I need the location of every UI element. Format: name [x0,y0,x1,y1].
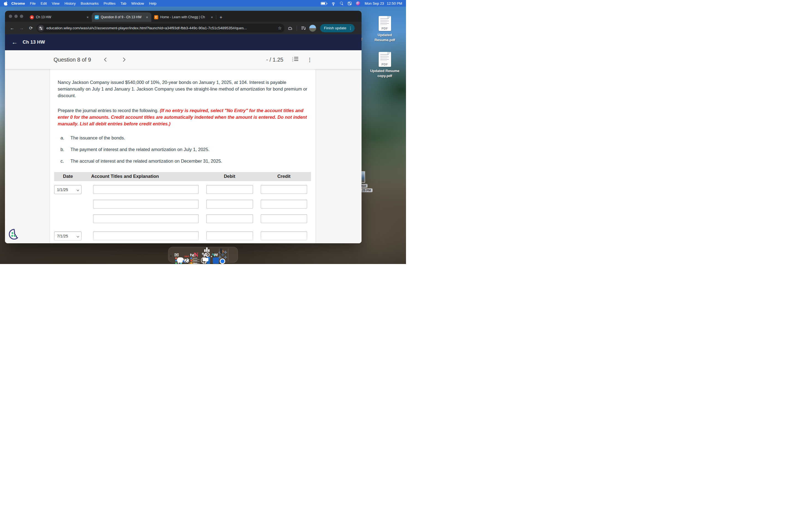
apple-menu-icon[interactable] [4,1,8,5]
date-value: 1/1/25 [57,188,68,192]
site-settings-icon[interactable] [38,25,44,31]
tab-title: Question 8 of 9 - Ch 13 HW [101,15,143,19]
desktop: ChromeFileEditViewHistoryBookmarksProfil… [0,0,406,264]
question-list-icon[interactable]: 123 [292,57,298,63]
tab-close-icon[interactable]: × [145,15,149,19]
account-title-input[interactable] [93,200,199,208]
journal-row-2 [54,200,311,208]
menu-history[interactable]: History [62,1,78,5]
close-window-button [9,15,12,18]
minimize-window-button [14,15,18,18]
journal-row-4: 7/1/25 [54,231,311,240]
journal-entry-table: Date Account Titles and Explanation Debi… [54,172,311,243]
debit-amount-input[interactable] [206,231,253,240]
menu-edit[interactable]: Edit [38,1,49,5]
new-tab-button[interactable]: + [216,15,226,22]
menu-chrome[interactable]: Chrome [9,1,27,5]
menu-file[interactable]: File [27,1,38,5]
menu-window[interactable]: Window [129,1,146,5]
cookie-consent-icon[interactable] [8,228,20,240]
problem-instructions: Prepare the journal entries to record th… [58,107,308,127]
tab-3[interactable]: CHome - Learn with Chegg | Ch× [151,12,216,22]
prev-question-button[interactable] [104,57,107,62]
requirement-list: a.The issuance of the bonds.b.The paymen… [58,135,308,164]
credit-amount-input[interactable] [261,214,307,223]
finish-update-button[interactable]: Finish update ⋮ [320,24,354,32]
next-question-button[interactable] [122,57,126,62]
tab-strip: Ch 13 HW×WPQuestion 8 of 9 - Ch 13 HW×CH… [5,11,362,22]
tab-close-icon[interactable]: × [210,15,214,19]
dock-activity-icon[interactable]: ∿ [214,252,214,258]
debit-amount-input[interactable] [206,185,253,194]
item-text: The payment of interest and the related … [70,147,209,152]
debit-amount-input[interactable] [206,214,253,223]
question-score: - / 1.25 [266,57,284,63]
tab-2[interactable]: WPQuestion 8 of 9 - Ch 13 HW× [92,12,151,22]
address-bar[interactable]: education.wiley.com/was/ui/v2/assessment… [37,24,285,33]
menu-help[interactable]: Help [147,1,159,5]
requirement-item-a: a.The issuance of the bonds. [58,135,308,141]
media-controls-icon[interactable] [300,24,307,32]
account-title-input[interactable] [93,214,199,223]
back-button[interactable]: ← [8,24,16,32]
pdf-file-icon: PDF [379,16,391,31]
question-menu-icon[interactable]: ⋮ [307,57,313,63]
item-letter: c. [58,159,70,164]
question-card: Nancy Jackson Company issued $540,000 of… [50,69,315,243]
running-indicator [170,255,172,256]
item-letter: b. [58,147,70,152]
siri-icon[interactable] [356,1,360,5]
question-content: Nancy Jackson Company issued $540,000 of… [5,69,362,243]
menu-time[interactable]: 12:50 PM [387,1,402,5]
col-header-date: Date [54,174,82,179]
menu-tab[interactable]: Tab [118,1,129,5]
date-value: 7/1/25 [57,234,68,238]
chevron-down-icon [76,188,79,192]
window-controls[interactable] [9,11,23,22]
assignment-header: ← Ch 13 HW [5,34,362,50]
desktop-file-updated-resume[interactable]: PDF UpdatedResume.pdf [365,16,404,42]
tab-1[interactable]: Ch 13 HW× [27,12,92,22]
date-select[interactable]: 7/1/25 [54,231,82,240]
item-text: The issuance of the bonds. [70,135,125,141]
desktop-file-updated-resume-copy[interactable]: PDF Updated Resumecopy.pdf [365,52,404,78]
menu-bookmarks[interactable]: Bookmarks [78,1,101,5]
table-header-row: Date Account Titles and Explanation Debi… [54,172,311,181]
col-header-debit: Debit [216,174,243,179]
tab-close-icon[interactable]: × [86,15,89,19]
bookmark-star-icon[interactable]: ☆ [278,25,282,31]
file-label: Updated [365,33,404,38]
browser-toolbar: ← → ⟳ education.wiley.com/was/ui/v2/asse… [5,22,362,34]
wileyplus-page: ← Ch 13 HW Question 8 of 9 - / 1.25 123 … [5,34,362,243]
question-counter: Question 8 of 9 [54,57,91,63]
reload-button[interactable]: ⟳ [27,24,35,32]
chrome-window: Ch 13 HW×WPQuestion 8 of 9 - Ch 13 HW×CH… [5,11,362,243]
col-header-credit: Credit [270,174,298,179]
account-title-input[interactable] [93,231,199,240]
menu-date[interactable]: Mon Sep 23 [365,1,384,5]
chevron-down-icon [76,234,79,239]
menu-items: ChromeFileEditViewHistoryBookmarksProfil… [9,1,159,5]
debit-amount-input[interactable] [206,200,253,208]
dock-separator [219,249,220,261]
credit-amount-input[interactable] [261,185,307,194]
menu-profiles[interactable]: Profiles [101,1,118,5]
credit-amount-input[interactable] [261,231,307,240]
menu-view[interactable]: View [49,1,62,5]
wifi-icon[interactable] [331,2,336,5]
tab-title: Ch 13 HW [36,15,84,19]
battery-icon[interactable] [321,2,327,5]
url-text[interactable]: education.wiley.com/was/ui/v2/assessment… [46,26,276,30]
control-center-icon[interactable] [348,2,352,5]
forward-button[interactable]: → [18,24,25,32]
profile-avatar[interactable] [309,25,316,32]
date-select[interactable]: 1/1/25 [54,185,82,194]
file-label: Updated Resume [365,69,404,73]
account-title-input[interactable] [93,185,199,194]
spotlight-icon[interactable] [340,2,343,5]
credit-amount-input[interactable] [261,200,307,208]
problem-statement: Nancy Jackson Company issued $540,000 of… [58,79,308,99]
finish-update-menu-icon[interactable]: ⋮ [349,26,352,30]
extensions-icon[interactable] [286,24,294,32]
back-arrow-icon[interactable]: ← [12,39,18,46]
